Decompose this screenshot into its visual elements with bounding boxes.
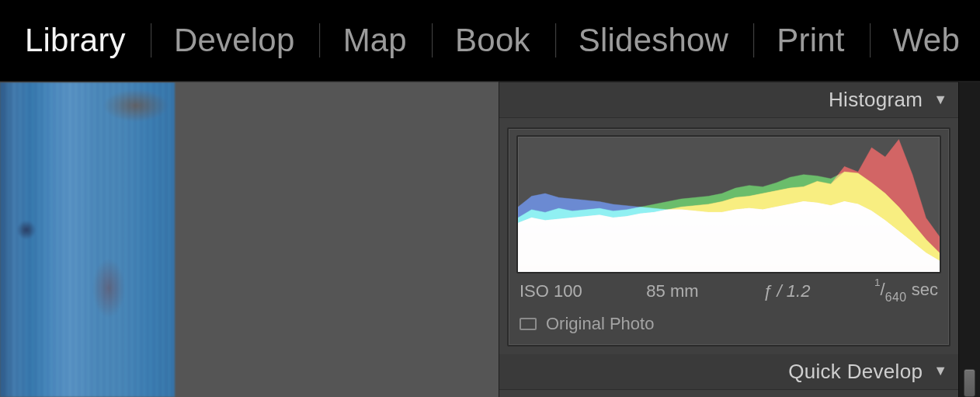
exif-shutter-num: 1	[874, 277, 881, 288]
exif-focal: 85 mm	[646, 281, 698, 301]
exif-row: ISO 100 85 mm ƒ / 1.2 1/640 sec	[509, 278, 949, 309]
original-photo-icon	[520, 318, 537, 330]
chevron-down-icon: ▼	[933, 92, 947, 106]
right-rail: Histogram ▼ ISO 100 85 mm ƒ / 1.2	[499, 82, 980, 397]
module-picker: Library Develop Map Book Slideshow Print…	[0, 0, 980, 82]
exif-iso: ISO 100	[520, 281, 582, 301]
module-web[interactable]: Web	[890, 22, 963, 59]
original-photo-label: Original Photo	[546, 314, 654, 334]
panel-title: Histogram	[829, 88, 923, 112]
module-library[interactable]: Library	[22, 22, 129, 59]
exif-aperture: ƒ / 1.2	[763, 281, 810, 301]
original-photo-row[interactable]: Original Photo	[509, 309, 949, 339]
histogram-svg	[518, 137, 940, 272]
scrollbar-thumb[interactable]	[964, 369, 975, 397]
panel-header-histogram[interactable]: Histogram ▼	[499, 82, 958, 118]
image-viewer[interactable]	[0, 82, 499, 397]
histogram-frame: ISO 100 85 mm ƒ / 1.2 1/640 sec Original…	[507, 127, 950, 347]
histogram-panel: ISO 100 85 mm ƒ / 1.2 1/640 sec Original…	[499, 118, 958, 354]
right-scrollbar[interactable]	[958, 82, 980, 397]
histogram-plot[interactable]	[516, 135, 941, 273]
module-book[interactable]: Book	[452, 22, 533, 59]
exif-shutter-den: 640	[885, 291, 907, 304]
module-slideshow[interactable]: Slideshow	[575, 22, 732, 59]
photo-preview	[0, 82, 175, 397]
module-map[interactable]: Map	[340, 22, 410, 59]
chevron-down-icon: ▼	[933, 364, 947, 378]
exif-shutter: 1/640 sec	[874, 280, 938, 303]
panel-header-quick-develop[interactable]: Quick Develop ▼	[499, 354, 958, 390]
right-panel-stack: Histogram ▼ ISO 100 85 mm ƒ / 1.2	[499, 82, 958, 397]
app-root: Library Develop Map Book Slideshow Print…	[0, 0, 980, 397]
module-develop[interactable]: Develop	[171, 22, 298, 59]
content-row: Histogram ▼ ISO 100 85 mm ƒ / 1.2	[0, 82, 980, 397]
exif-shutter-suffix: sec	[912, 280, 938, 299]
panel-title: Quick Develop	[788, 360, 923, 384]
module-print[interactable]: Print	[773, 22, 847, 59]
